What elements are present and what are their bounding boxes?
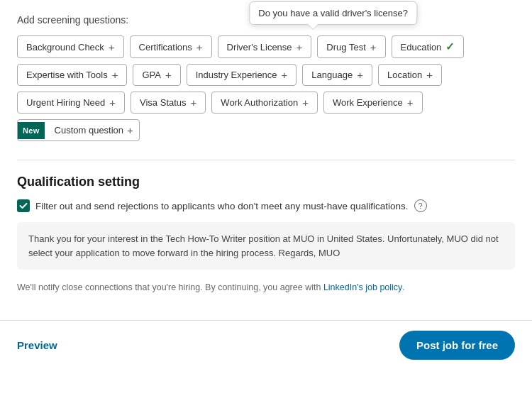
tag-label: Drug Test — [326, 42, 365, 53]
plus-icon: + — [370, 41, 377, 53]
check-icon: ✓ — [445, 40, 455, 53]
tooltip-bubble: Do you have a valid driver's license? — [249, 1, 417, 25]
tag-label: Location — [387, 70, 422, 80]
tag-visa-status[interactable]: Visa Status + — [131, 92, 206, 114]
policy-link[interactable]: LinkedIn's job policy — [323, 282, 402, 292]
tag-location[interactable]: Location + — [378, 64, 442, 86]
preview-button[interactable]: Preview — [17, 339, 57, 351]
plus-icon: + — [426, 69, 433, 81]
plus-icon: + — [282, 69, 288, 81]
tag-background-check[interactable]: Background Check + — [17, 35, 124, 58]
info-icon[interactable]: ? — [414, 199, 427, 212]
plus-icon: + — [109, 97, 116, 109]
tag-label: Certifications — [139, 42, 192, 53]
policy-prefix: We'll notify close connections that you'… — [17, 282, 323, 292]
bottom-bar: Preview Post job for free — [0, 320, 532, 370]
qualification-section: Qualification setting Filter out and sen… — [17, 175, 515, 306]
tag-certifications[interactable]: Certifications + — [130, 35, 212, 58]
tag-label: Work Experience — [333, 97, 403, 108]
tag-label: GPA — [142, 70, 161, 80]
plus-icon: + — [165, 69, 172, 81]
plus-icon: + — [109, 41, 115, 53]
rejection-message-text: Thank you for your interest in the Tech … — [28, 233, 499, 258]
tag-label: Education — [401, 42, 442, 53]
plus-icon: + — [127, 124, 133, 136]
plus-icon: + — [112, 69, 118, 81]
plus-icon: + — [357, 69, 363, 81]
plus-icon: + — [196, 41, 203, 53]
plus-icon: + — [407, 97, 414, 109]
tag-label: Expertise with Tools — [26, 70, 108, 80]
tag-gpa[interactable]: GPA + — [133, 64, 180, 86]
section-divider — [17, 160, 515, 160]
tag-education[interactable]: Education ✓ — [392, 35, 465, 58]
tag-label: Visa Status — [140, 97, 187, 108]
filter-checkbox-row: Filter out and send rejections to applic… — [17, 199, 515, 212]
tooltip-wrapper: Do you have a valid driver's license? Ba… — [17, 35, 515, 141]
tag-work-experience[interactable]: Work Experience + — [323, 92, 423, 114]
tag-expertise-with-tools[interactable]: Expertise with Tools + — [17, 64, 127, 86]
filter-checkbox[interactable] — [17, 199, 30, 212]
checkmark-icon — [19, 202, 28, 210]
custom-question-label-part: Custom question + — [49, 120, 139, 140]
custom-question-label: Custom question — [55, 125, 124, 136]
tag-label: Work Authorization — [221, 97, 298, 108]
tags-grid: Background Check + Certifications + Driv… — [17, 35, 515, 141]
tag-label: Background Check — [26, 42, 104, 53]
tag-language[interactable]: Language + — [302, 64, 372, 86]
tag-drivers-license[interactable]: Driver's License + — [218, 35, 312, 58]
filter-label: Filter out and send rejections to applic… — [35, 201, 409, 211]
policy-text: We'll notify close connections that you'… — [17, 281, 515, 294]
tag-urgent-hiring-need[interactable]: Urgent Hiring Need + — [17, 92, 125, 114]
post-job-button[interactable]: Post job for free — [399, 331, 515, 360]
tag-label: Language — [311, 70, 353, 80]
qualification-title: Qualification setting — [17, 175, 515, 189]
plus-icon: + — [302, 97, 309, 109]
new-badge: New — [18, 122, 45, 139]
rejection-message-box: Thank you for your interest in the Tech … — [17, 222, 515, 270]
tooltip-text: Do you have a valid driver's license? — [258, 8, 408, 18]
tag-label: Driver's License — [227, 42, 292, 53]
plus-icon: + — [191, 97, 197, 109]
tag-label: Industry Experience — [196, 70, 277, 80]
tag-custom-question[interactable]: New Custom question + — [17, 119, 140, 141]
tag-label: Urgent Hiring Need — [26, 97, 105, 108]
tag-work-authorization[interactable]: Work Authorization + — [211, 92, 318, 114]
policy-period: . — [402, 282, 404, 292]
plus-icon: + — [297, 41, 303, 53]
tag-drug-test[interactable]: Drug Test + — [317, 35, 385, 58]
tag-industry-experience[interactable]: Industry Experience + — [187, 64, 297, 86]
main-content: Add screening questions: Do you have a v… — [0, 0, 532, 320]
